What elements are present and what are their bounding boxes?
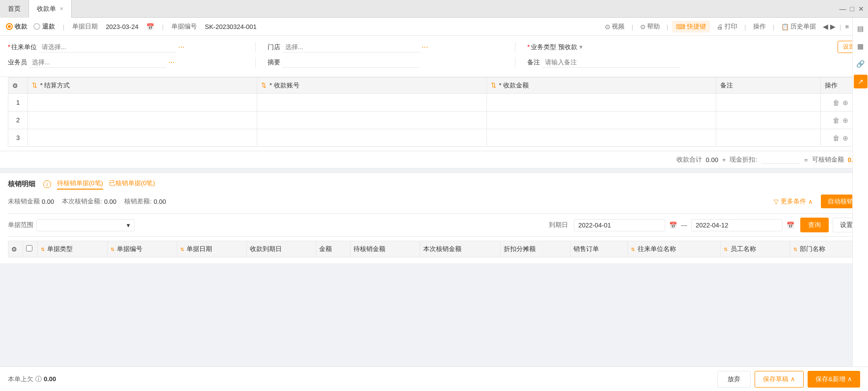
date-to-input[interactable] xyxy=(691,219,783,231)
unverified-value: 0.00 xyxy=(42,198,54,205)
save-new-button[interactable]: 保存&新增 ∧ xyxy=(808,371,860,388)
row2-payment[interactable] xyxy=(28,112,257,129)
sidebar-table-icon[interactable]: ▤ xyxy=(854,22,868,35)
divider2 xyxy=(515,42,515,52)
row2-action-icons: 🗑 ⊕ xyxy=(825,116,856,124)
completed-tab[interactable]: 已核销单据(0笔) xyxy=(109,179,155,190)
th-dept-label: 部门名称 xyxy=(800,245,825,252)
print-label: 打印 xyxy=(725,22,737,31)
business-type-dropdown-icon[interactable]: ▾ xyxy=(579,43,583,51)
th-counterpart-bottom: ⇅ 往来单位名称 xyxy=(628,241,721,257)
operation-btn[interactable]: 操作 xyxy=(750,21,769,32)
history-icon: 📋 xyxy=(781,23,789,30)
row2-delete-icon[interactable]: 🗑 xyxy=(833,116,840,124)
store-input[interactable] xyxy=(282,42,420,53)
th-doc-type-label: 单据类型 xyxy=(47,245,73,252)
row1-copy-icon[interactable]: ⊕ xyxy=(842,99,848,107)
row1-amount[interactable] xyxy=(487,94,716,112)
row3-copy-icon[interactable]: ⊕ xyxy=(842,134,848,142)
query-button[interactable]: 查询 xyxy=(800,218,829,232)
verification-section: 核销明细 i 待核销单据(0笔) 已核销单据(0笔) 未核销金额 0.00 本次… xyxy=(0,172,868,263)
more-conditions-btn[interactable]: ▽ 更多条件 ∧ xyxy=(774,197,813,206)
th-remark: 备注 xyxy=(716,78,820,94)
row1-remark[interactable] xyxy=(716,94,820,112)
staff-more-icon[interactable]: ··· xyxy=(168,58,175,67)
shortcut-btn[interactable]: ⌨ 快捷键 xyxy=(672,21,710,32)
toolbar-row: 收款 退款 | 单据日期 2023-03-24 📅 | 单据编号 SK-2023… xyxy=(0,18,868,36)
th-settings-bottom[interactable]: ⚙ xyxy=(8,241,23,257)
counterpart-more-icon[interactable]: ··· xyxy=(178,43,185,52)
th-remark-label: 备注 xyxy=(720,82,733,89)
footer-actions: 放弃 保存草稿 ∧ 保存&新增 ∧ xyxy=(717,371,860,388)
sidebar-grid-icon[interactable]: ▦ xyxy=(854,39,868,53)
date-from-calendar-icon[interactable]: 📅 xyxy=(669,222,677,229)
discount-input[interactable] xyxy=(761,156,800,164)
range-field: 单据范围 ▾ xyxy=(8,219,543,231)
row1-num: 1 xyxy=(8,94,28,112)
row2-amount[interactable] xyxy=(487,112,716,129)
date-separator: — xyxy=(681,222,687,229)
video-btn[interactable]: ⊙ 视频 xyxy=(602,21,627,32)
remark-input[interactable] xyxy=(542,57,679,68)
row2-copy-icon[interactable]: ⊕ xyxy=(842,116,848,124)
row1-delete-icon[interactable]: 🗑 xyxy=(833,99,840,107)
row1-payment[interactable] xyxy=(28,94,257,112)
date-to-calendar-icon[interactable]: 📅 xyxy=(787,222,794,229)
info-icon[interactable]: i xyxy=(43,180,51,188)
th-discount-bottom: 折扣分摊额 xyxy=(501,241,570,257)
select-all-checkbox[interactable] xyxy=(26,245,32,251)
pending-tab[interactable]: 待核销单据(0笔) xyxy=(57,179,103,190)
diff-label: 核销差额: xyxy=(124,197,152,206)
counterpart-input[interactable] xyxy=(39,42,176,53)
th-counterpart-label: 往来单位名称 xyxy=(638,245,676,252)
th-amount-label: * 收款金额 xyxy=(499,82,529,89)
th-dept-bottom: ⇅ 部门名称 xyxy=(790,241,860,257)
section-header: 核销明细 i 待核销单据(0笔) 已核销单据(0笔) xyxy=(8,179,860,190)
th-amount-bottom-label: 金额 xyxy=(319,245,332,252)
separator4: | xyxy=(667,23,668,30)
th-settings[interactable]: ⚙ xyxy=(8,78,28,94)
calendar-icon[interactable]: 📅 xyxy=(146,23,154,30)
th-payment-label: * 结算方式 xyxy=(40,82,70,89)
window-minimize-icon[interactable]: — xyxy=(840,5,846,13)
date-from-input[interactable] xyxy=(574,219,665,231)
tab-bar: 首页 收款单 × — □ ✕ xyxy=(0,0,868,18)
radio-receive[interactable]: 收款 xyxy=(6,22,27,31)
footer-info-icon[interactable]: ⓘ xyxy=(35,375,42,384)
row3-delete-icon[interactable]: 🗑 xyxy=(833,134,840,142)
help-btn[interactable]: ⊙ 帮助 xyxy=(637,21,663,32)
store-more-icon[interactable]: ··· xyxy=(422,43,428,52)
print-btn[interactable]: 🖨 打印 xyxy=(714,21,740,32)
tab-active[interactable]: 收款单 × xyxy=(28,0,72,18)
save-draft-button[interactable]: 保存草稿 ∧ xyxy=(755,371,804,388)
tab-home[interactable]: 首页 xyxy=(0,0,28,18)
view-list-icon[interactable]: ≡ xyxy=(845,23,849,30)
row3-payment[interactable] xyxy=(28,129,257,147)
row2-account[interactable] xyxy=(257,112,487,129)
row1-account[interactable] xyxy=(257,94,487,112)
sidebar-expand-icon[interactable]: ↗ xyxy=(854,75,868,88)
summary-input[interactable] xyxy=(282,57,420,68)
nav-next-icon[interactable]: ▶ xyxy=(830,23,836,30)
staff-input[interactable] xyxy=(29,57,166,68)
range-select[interactable]: ▾ xyxy=(36,219,135,231)
th-sales-label: 销售订单 xyxy=(573,245,599,252)
history-btn[interactable]: 📋 历史单据 xyxy=(778,21,819,32)
row3-account[interactable] xyxy=(257,129,487,147)
table-row: 1 🗑 ⊕ xyxy=(8,94,860,112)
save-draft-arrow: ∧ xyxy=(790,375,795,383)
divider4 xyxy=(515,57,515,67)
window-restore-icon[interactable]: □ xyxy=(850,5,854,13)
radio-refund[interactable]: 退款 xyxy=(33,22,55,31)
number-label: 单据编号 xyxy=(171,22,197,31)
nav-prev-icon[interactable]: ◀ xyxy=(823,23,828,30)
sidebar-link-icon[interactable]: 🔗 xyxy=(854,57,868,71)
tab-close-icon[interactable]: × xyxy=(60,5,63,12)
business-required: * xyxy=(527,43,530,51)
row3-remark[interactable] xyxy=(716,129,820,147)
window-close-icon[interactable]: ✕ xyxy=(858,5,864,13)
row3-amount[interactable] xyxy=(487,129,716,147)
row2-remark[interactable] xyxy=(716,112,820,129)
discard-button[interactable]: 放弃 xyxy=(717,371,751,388)
unverified-item: 未核销金额 0.00 xyxy=(8,197,54,206)
